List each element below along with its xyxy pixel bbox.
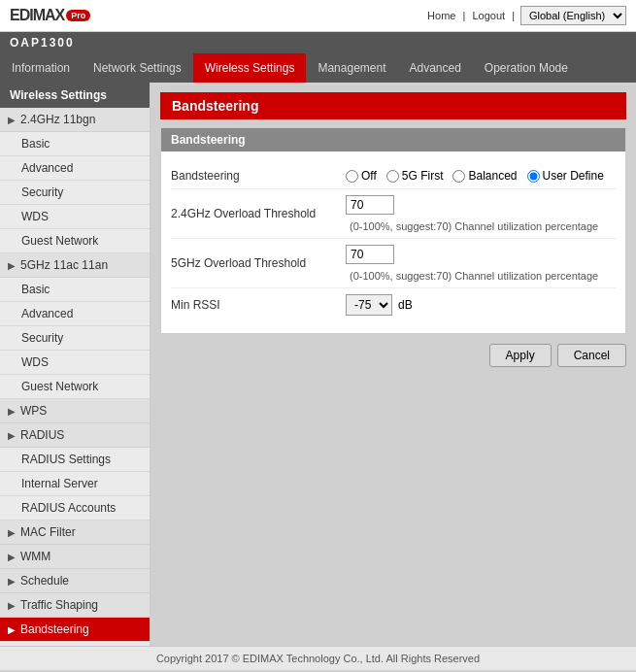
min-rssi-label: Min RSSI [171,298,346,312]
nav-wireless-settings[interactable]: Wireless Settings [193,53,307,83]
device-model: OAP1300 [0,32,636,53]
sidebar-section-schedule[interactable]: ▶ Schedule [0,569,150,593]
page-title: Bandsteering [160,92,626,119]
chevron-right-icon-5ghz: ▶ [8,260,16,271]
sidebar-item-24ghz-wds[interactable]: WDS [0,205,150,229]
logout-link[interactable]: Logout [472,10,505,21]
sidebar-item-radius-settings[interactable]: RADIUS Settings [0,448,150,472]
bandsteering-label: Bandsteering [171,169,346,183]
sidebar-item-radius-internal[interactable]: Internal Server [0,472,150,496]
min-rssi-select[interactable]: -75 [346,294,392,316]
bandsteering-userdefine-text: User Define [543,169,604,183]
threshold-5ghz-control: (0-100%, suggest:70) Channel utilization… [346,245,616,282]
sidebar-item-5ghz-security[interactable]: Security [0,326,150,351]
sidebar-section-mac-filter[interactable]: ▶ MAC Filter [0,521,150,545]
sidebar: Wireless Settings ▶ 2.4GHz 11bgn Basic A… [0,83,151,646]
logo-text: EDIMAX [10,7,64,24]
footer: Copyright 2017 © EDIMAX Technology Co., … [0,646,636,670]
threshold-5ghz-hint: (0-100%, suggest:70) Channel utilization… [350,270,598,282]
sidebar-item-5ghz-basic[interactable]: Basic [0,278,150,302]
sidebar-section-wmm[interactable]: ▶ WMM [0,545,150,569]
sidebar-item-24ghz-guest-network[interactable]: Guest Network [0,229,150,253]
sidebar-item-24ghz-advanced[interactable]: Advanced [0,156,150,181]
bandsteering-options: Off 5G First Balanced User Define [346,169,604,183]
nav-information[interactable]: Information [0,53,82,83]
chevron-right-icon-schedule: ▶ [8,576,16,587]
section-title: Bandsteering [161,128,625,151]
sidebar-section-wps-title[interactable]: ▶ WPS [0,399,150,423]
language-select[interactable]: Global (English) [520,6,626,25]
sidebar-item-radius-accounts[interactable]: RADIUS Accounts [0,496,150,521]
chevron-right-icon-mac: ▶ [8,527,16,538]
nav-management[interactable]: Management [306,53,397,83]
logo: EDIMAX Pro [10,7,90,24]
threshold-5ghz-row: 5GHz Overload Threshold (0-100%, suggest… [171,239,616,288]
threshold-5ghz-label: 5GHz Overload Threshold [171,256,346,270]
bandsteering-row: Bandsteering Off 5G First Balanced [171,163,616,189]
header-links: Home | Logout | [423,10,515,21]
threshold-24ghz-label: 2.4GHz Overload Threshold [171,207,346,220]
bandsteering-userdefine-radio[interactable] [527,170,540,183]
chevron-right-icon: ▶ [8,115,16,125]
sidebar-section-bandsteering-title[interactable]: ▶ Bandsteering [0,618,150,642]
bandsteering-balanced-radio[interactable] [452,170,465,183]
bandsteering-5gfirst-radio[interactable] [386,170,399,183]
sidebar-item-5ghz-advanced[interactable]: Advanced [0,302,150,326]
apply-button[interactable]: Apply [489,344,552,367]
bandsteering-off-radio[interactable] [346,170,358,183]
sidebar-item-5ghz-wds[interactable]: WDS [0,351,150,375]
sidebar-section-radius[interactable]: ▶ RADIUS RADIUS Settings Internal Server… [0,423,150,521]
sidebar-header: Wireless Settings [0,83,150,108]
section-box: Bandsteering Bandsteering Off 5G First [160,127,626,334]
button-area: Apply Cancel [160,334,626,371]
chevron-right-icon-traffic: ▶ [8,600,16,611]
nav-bar: Information Network Settings Wireless Se… [0,53,636,83]
nav-network-settings[interactable]: Network Settings [82,53,193,83]
chevron-right-icon-wmm: ▶ [8,552,16,562]
content-area: Bandsteering Bandsteering Bandsteering O… [151,83,636,646]
header-right: Home | Logout | Global (English) [423,6,626,25]
bandsteering-5gfirst-label[interactable]: 5G First [386,169,444,183]
sidebar-section-5ghz-title[interactable]: ▶ 5GHz 11ac 11an [0,253,150,278]
min-rssi-control: -75 dB [346,294,413,316]
min-rssi-row: Min RSSI -75 dB [171,288,616,321]
chevron-right-icon-wps: ▶ [8,406,16,417]
bandsteering-balanced-text: Balanced [468,169,517,183]
bandsteering-off-label[interactable]: Off [346,169,377,183]
threshold-24ghz-row: 2.4GHz Overload Threshold (0-100%, sugge… [171,189,616,239]
bandsteering-5gfirst-text: 5G First [402,169,444,183]
nav-advanced[interactable]: Advanced [397,53,472,83]
home-link[interactable]: Home [427,10,455,21]
sidebar-section-radius-title[interactable]: ▶ RADIUS [0,423,150,448]
chevron-right-icon-bandsteering: ▶ [8,624,16,635]
sidebar-section-24ghz-title[interactable]: ▶ 2.4GHz 11bgn [0,108,150,132]
sidebar-item-5ghz-guest-network[interactable]: Guest Network [0,375,150,399]
sidebar-section-traffic[interactable]: ▶ Traffic Shaping [0,593,150,618]
bandsteering-balanced-label[interactable]: Balanced [452,169,517,183]
sidebar-section-traffic-title[interactable]: ▶ Traffic Shaping [0,593,150,618]
threshold-5ghz-input[interactable] [346,245,394,264]
sidebar-section-wps[interactable]: ▶ WPS [0,399,150,423]
main-layout: Wireless Settings ▶ 2.4GHz 11bgn Basic A… [0,83,636,646]
sidebar-section-24ghz[interactable]: ▶ 2.4GHz 11bgn Basic Advanced Security W… [0,108,150,253]
sidebar-item-24ghz-security[interactable]: Security [0,181,150,205]
sidebar-section-5ghz[interactable]: ▶ 5GHz 11ac 11an Basic Advanced Security… [0,253,150,399]
sidebar-section-bandsteering[interactable]: ▶ Bandsteering [0,618,150,642]
chevron-right-icon-radius: ▶ [8,430,16,441]
threshold-24ghz-control: (0-100%, suggest:70) Channel utilization… [346,195,616,232]
threshold-24ghz-hint: (0-100%, suggest:70) Channel utilization… [350,220,598,232]
bandsteering-off-text: Off [361,169,377,183]
sidebar-section-wmm-title[interactable]: ▶ WMM [0,545,150,569]
bandsteering-userdefine-label[interactable]: User Define [527,169,604,183]
sidebar-section-schedule-title[interactable]: ▶ Schedule [0,569,150,593]
threshold-24ghz-input[interactable] [346,195,394,215]
nav-operation-mode[interactable]: Operation Mode [473,53,580,83]
section-body: Bandsteering Off 5G First Balanced [161,151,625,333]
cancel-button[interactable]: Cancel [557,344,626,367]
sidebar-item-24ghz-basic[interactable]: Basic [0,132,150,156]
header: EDIMAX Pro Home | Logout | Global (Engli… [0,0,636,32]
min-rssi-unit: dB [398,298,413,312]
sidebar-section-mac-filter-title[interactable]: ▶ MAC Filter [0,521,150,545]
logo-pro: Pro [66,10,90,21]
